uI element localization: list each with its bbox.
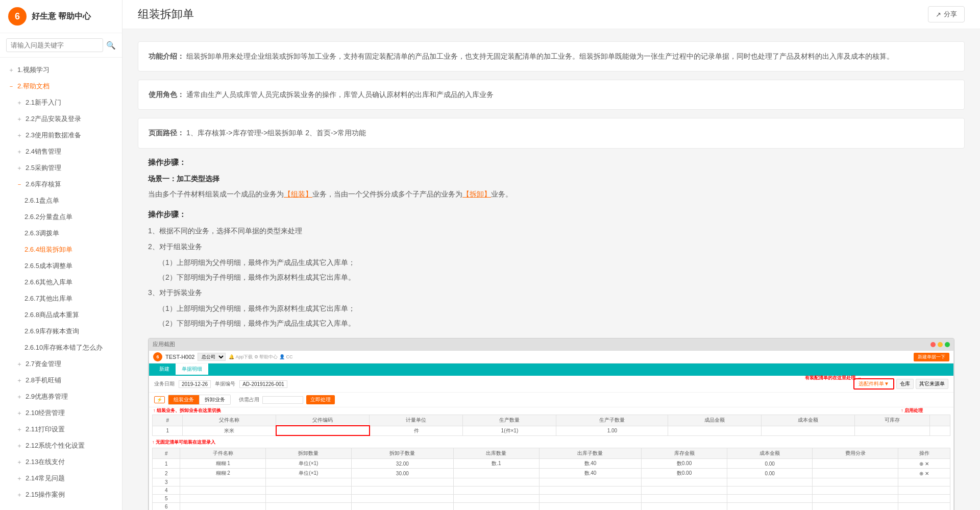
plus-icon: ＋ [8, 66, 14, 75]
sidebar-item-2-6-3[interactable]: 2.6.3调拨单 [0, 225, 122, 241]
sidebar-item-2-1[interactable]: ＋ 2.1新手入门 [0, 94, 122, 111]
mock-upper-th-4: 生产数量 [463, 415, 556, 426]
mock-action-btn2[interactable]: 其它来源单 [916, 379, 948, 389]
sidebar-item-2-6-4-active[interactable]: 2.6.4组装拆卸单 [0, 241, 122, 258]
mock-upper-th-2: 父件编码 [276, 415, 370, 426]
mock-type-toggle: 组装业务 拆卸业务 [168, 395, 231, 405]
path-block: 页面路径： 1、库存核算->库存管理->组装拆卸单 2、首页->常用功能 [138, 118, 965, 148]
intro-block: 功能介绍： 组装拆卸单用来处理企业组装或拆卸等加工业务，支持有固定装配清单的产品… [138, 41, 965, 71]
plus-icon-6: ＋ [16, 164, 22, 173]
minus-icon-2: － [16, 180, 22, 189]
intro-label: 功能介绍： [149, 52, 184, 60]
mock-lower-th-5: 出库子数量 [539, 448, 641, 459]
annotation-toggle: ↑ 组装业务、拆卸业务在这里切换 [153, 407, 221, 414]
sidebar-item-2-6-10[interactable]: 2.6.10库存账本错了怎么办 [0, 339, 122, 356]
sidebar-item-2-6-7[interactable]: 2.6.7其他出库单 [0, 290, 122, 307]
sidebar-item-2-6-8[interactable]: 2.6.8商品成本重算 [0, 307, 122, 323]
main-steps: 操作步骤： 场景一：加工类型选择 当由多个子件材料组装成一个成品的业务为【组装】… [138, 158, 965, 510]
sidebar-item-2-6[interactable]: － 2.6库存核算 [0, 176, 122, 192]
sidebar-item-2-11[interactable]: ＋ 2.11打印设置 [0, 421, 122, 438]
mock-lower-row-2: 2 糊糊 2 单位(×1) 30.00 数.40 数0.00 0.00 [153, 469, 950, 478]
mock-tab-detail[interactable]: 单据明细 [176, 363, 208, 376]
sidebar-item-2-6-2[interactable]: 2.6.2分量盘点单 [0, 209, 122, 225]
mock-upper-cell-3: 件 [370, 426, 463, 435]
step3-sub2: （2）下部明细为子件明细，最终作为产成品生成其它入库单。 [158, 317, 954, 330]
mock-lower-th-2: 拆卸数量 [266, 448, 352, 459]
screenshot-label: 应用截图 [153, 341, 175, 348]
mock-icon-process: ⚡ [154, 396, 165, 403]
app-name: 好生意 帮助中心 [32, 11, 91, 22]
mock-customer-label: 供需占用 [239, 396, 259, 403]
mock-upper-th-9 [930, 415, 950, 426]
sidebar-item-2-14[interactable]: ＋ 2.14常见问题 [0, 470, 122, 487]
sidebar-item-2-10[interactable]: ＋ 2.10经营管理 [0, 405, 122, 421]
annotation-enable: ↑ 启用处理 [901, 407, 923, 414]
sidebar-item-2-13[interactable]: ＋ 2.13在线支付 [0, 454, 122, 470]
sidebar-item-2-6-5[interactable]: 2.6.5成本调整单 [0, 258, 122, 274]
mock-tab-new[interactable]: 新建 [153, 363, 176, 376]
mock-upper-th-8: 可库存 [855, 415, 930, 426]
plus-icon-14: ＋ [16, 474, 22, 483]
step2: 2、对于组装业务 [148, 240, 954, 253]
mock-lower-table: # 子件名称 拆卸数量 拆卸子数量 出库数量 出库子数量 库存金额 成本金额 费 [152, 448, 950, 510]
nav-list: ＋ 1.视频学习 － 2.帮助文档 ＋ 2.1新手入门 ＋ 2.2产品安装及登录… [0, 58, 122, 510]
assembly-link[interactable]: 【组装】 [284, 190, 312, 198]
share-button[interactable]: ↗ 分享 [928, 6, 965, 22]
mock-lower-th-7: 成本金额 [727, 448, 813, 459]
mock-toolbar-btn-new[interactable]: 新建单据一下 [914, 353, 949, 361]
sidebar-item-2-9[interactable]: ＋ 2.9优惠券管理 [0, 388, 122, 405]
mock-confirm-btn[interactable]: 立即处理 [306, 395, 335, 404]
plus-icon-11: ＋ [16, 425, 22, 434]
mock-assembly-btn[interactable]: 组装业务 [168, 395, 199, 404]
mock-lower-row-4: 4 [153, 487, 950, 495]
sidebar-item-2-3[interactable]: ＋ 2.3使用前数据准备 [0, 127, 122, 143]
mock-upper-th-0: # [153, 415, 183, 426]
scene1-desc: 当由多个子件材料组装成一个成品的业务为【组装】业务，当由一个父件拆分成多个子产品… [148, 188, 954, 201]
sidebar-item-2-2[interactable]: ＋ 2.2产品安装及登录 [0, 111, 122, 127]
mock-customer-input[interactable] [262, 396, 303, 404]
logo-area: 6 好生意 帮助中心 [0, 0, 122, 33]
mock-lower-th-1: 子件名称 [180, 448, 266, 459]
step3-sub1: （1）上部明细为父件明细，最终作为原材料生成其它出库单； [158, 302, 954, 315]
mock-upper-cell-4: 1(件×1) [463, 426, 556, 435]
ops-steps-title: 操作步骤： [148, 210, 954, 220]
path-label: 页面路径： [149, 129, 184, 137]
search-input[interactable] [6, 38, 103, 52]
mock-upper-cell-1: 米米 [183, 426, 276, 435]
plus-icon-10: ＋ [16, 409, 22, 418]
sidebar-item-2-8[interactable]: ＋ 2.8手机旺铺 [0, 372, 122, 388]
mock-date-value: 2019-12-26 [179, 380, 211, 388]
mock-upper-th-1: 父件名称 [183, 415, 276, 426]
mock-upper-table: # 父件名称 父件编码 计量单位 生产数量 生产子数量 成品金额 成本金额 可库 [152, 415, 950, 436]
mock-upper-cell-7 [762, 426, 855, 435]
sidebar-item-2-12[interactable]: ＋ 2.12系统个性化设置 [0, 438, 122, 454]
main-content: 组装拆卸单 ↗ 分享 功能介绍： 组装拆卸单用来处理企业组装或拆卸等加工业务，支… [122, 0, 980, 510]
mock-logo: 6 [153, 352, 162, 361]
mock-upper-cell-8 [855, 426, 930, 435]
screenshot-container: 应用截图 6 TEST-H002 [148, 338, 954, 510]
sidebar-item-2-15[interactable]: ＋ 2.15操作案例 [0, 487, 122, 503]
mock-lower-row-3: 3 [153, 478, 950, 487]
mock-lower-row-5: 5 [153, 495, 950, 503]
mock-upper-cell-0: 1 [153, 426, 183, 435]
sidebar-item-2-6-9[interactable]: 2.6.9库存账本查询 [0, 323, 122, 339]
mock-disassembly-btn[interactable]: 拆卸业务 [199, 395, 230, 404]
sidebar-item-2-7[interactable]: ＋ 2.7资金管理 [0, 356, 122, 372]
mock-status-icons: 🔔 App下载 ⚙ 帮助中心 👤 CC [229, 354, 292, 360]
sidebar-item-docs[interactable]: － 2.帮助文档 [0, 78, 122, 94]
disassembly-link[interactable]: 【拆卸】 [462, 190, 491, 198]
mock-action-btn1[interactable]: 仓库 [896, 379, 914, 389]
mock-upper-cell-6 [668, 426, 762, 435]
sidebar-item-2-6-1[interactable]: 2.6.1盘点单 [0, 192, 122, 209]
mock-no-label: 单据编号 [215, 380, 235, 387]
mock-company-select[interactable]: 总公司 [198, 353, 226, 361]
sidebar-item-2-4[interactable]: ＋ 2.4销售管理 [0, 143, 122, 160]
top-bar: 组装拆卸单 ↗ 分享 [122, 0, 980, 29]
sidebar-item-2-6-6[interactable]: 2.6.6其他入库单 [0, 274, 122, 290]
sidebar-item-video[interactable]: ＋ 1.视频学习 [0, 62, 122, 78]
sidebar-item-2-5[interactable]: ＋ 2.5采购管理 [0, 160, 122, 176]
search-button[interactable]: 🔍 [106, 41, 116, 50]
step2-sub2: （2）下部明细为子件明细，最终作为原材料生成其它出库单。 [158, 271, 954, 284]
scene1-title: 场景一：加工类型选择 [148, 175, 954, 184]
role-label: 使用角色： [149, 90, 184, 99]
